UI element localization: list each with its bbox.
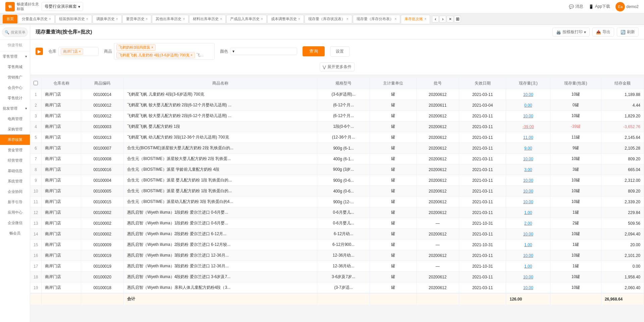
cell-expire-13: 2021-03-11 bbox=[459, 229, 506, 239]
sidebar-item-new-guide[interactable]: 新手引导 bbox=[0, 197, 30, 207]
sidebar-item-marketing[interactable]: 营销推广 bbox=[0, 72, 30, 83]
cell-qty-main-15[interactable]: 10.00 bbox=[506, 250, 550, 261]
cell-qty-main-1[interactable]: 0.00 bbox=[506, 100, 550, 111]
sidebar-item-member[interactable]: 会员中心 bbox=[0, 83, 30, 93]
tab-other-out[interactable]: 其他出库单历史× bbox=[152, 15, 189, 23]
cell-qty-main-6[interactable]: 10.00 bbox=[506, 154, 550, 164]
sidebar-item-app-center[interactable]: 应用中心 bbox=[0, 207, 30, 218]
query-button[interactable]: 查询 bbox=[303, 46, 325, 56]
expand-more-button[interactable]: ⋁ 展开更多条件 bbox=[320, 62, 355, 71]
sidebar-item-wechat[interactable]: 企业微信 bbox=[0, 218, 30, 228]
cell-batch-17: 20200612 bbox=[416, 272, 459, 282]
tab-transfer[interactable]: 调拨单历史× bbox=[93, 15, 122, 23]
tab-close-batch-bill[interactable]: × bbox=[424, 17, 426, 21]
cell-qty-pkg-14: 1罐 bbox=[550, 239, 601, 250]
message-action[interactable]: 💬 消息 bbox=[569, 4, 583, 9]
tab-close-transfer[interactable]: × bbox=[116, 17, 118, 21]
cell-qty-main-11[interactable]: 1.00 bbox=[506, 207, 550, 218]
product-filter-container[interactable]: 飞鹤奶粉3段丙摆装 × 飞鹤星飞帆 儿童奶粉 4段(3-6岁适用) 700克 ×… bbox=[114, 43, 215, 60]
sidebar-item-finance[interactable]: 资金管理 bbox=[0, 145, 30, 155]
sidebar-item-label-basic-info: 基础信息 bbox=[1, 168, 29, 173]
tab-close-other-out[interactable]: × bbox=[183, 17, 185, 21]
cell-unit-7: 罐 bbox=[370, 164, 416, 175]
tab-split-count[interactable]: 分量盘点单历史× bbox=[18, 15, 55, 23]
sidebar-item-basic-info[interactable]: 基础信息 bbox=[0, 166, 30, 176]
tab-home[interactable]: 首页 bbox=[3, 15, 17, 23]
tab-close-requisition[interactable]: × bbox=[146, 17, 148, 21]
tab-stock-dist[interactable]: 现存量（库存分布表）× bbox=[353, 15, 400, 23]
cell-name-18: 惠氏启智（Wyeth illuma）亲和人体儿童配方奶粉4段（3... bbox=[124, 282, 317, 293]
tabs-prev-button[interactable]: ‹ bbox=[432, 16, 439, 22]
tab-requisition[interactable]: 要货单历史× bbox=[122, 15, 152, 23]
cell-qty-main-9[interactable]: 10.00 bbox=[506, 186, 550, 197]
cell-qty-main-4[interactable]: 11.00 bbox=[506, 132, 550, 143]
cell-qty-main-18[interactable]: 10.00 bbox=[506, 282, 550, 293]
cell-qty-main-8[interactable]: 10.00 bbox=[506, 175, 550, 186]
cell-spec-7: 900g (3岁... bbox=[317, 164, 370, 175]
tab-material-out[interactable]: 材料出库单历史× bbox=[189, 15, 226, 23]
select-all-checkbox[interactable] bbox=[34, 81, 38, 85]
cell-batch-18: 20200612 bbox=[416, 282, 459, 293]
cell-qty-main-16[interactable]: 1.00 bbox=[506, 261, 550, 272]
sidebar-item-operations[interactable]: 经营管理 bbox=[0, 155, 30, 166]
tab-close-dismantle[interactable]: × bbox=[86, 17, 88, 21]
tabs-close-button[interactable]: × bbox=[447, 16, 453, 22]
cell-qty-main-14[interactable]: 1.00 bbox=[506, 239, 550, 250]
sidebar-item-retail-stats[interactable]: 零售统计 bbox=[0, 93, 30, 103]
print-button[interactable]: 🖨️ 按模板打印 ▾ bbox=[552, 28, 590, 37]
tab-dismantle[interactable]: 组装拆卸单历史× bbox=[55, 15, 92, 23]
warehouse-filter-container[interactable]: 南岸门店 × bbox=[58, 47, 99, 56]
product-tag-1-close[interactable]: × bbox=[191, 53, 193, 57]
cell-expire-15: 2021-03-11 bbox=[459, 250, 506, 261]
product-filter-more: 飞... bbox=[196, 52, 204, 58]
top-bar: 畅 畅捷通好生意 标版 母婴行业演示账套 ▾ 💬 消息 📱 App下载 Ea d… bbox=[0, 0, 644, 13]
cell-qty-main-13[interactable]: 10.00 bbox=[506, 229, 550, 239]
sidebar-item-retail-mgmt[interactable]: 零售管理▾ bbox=[0, 51, 30, 62]
search-button[interactable]: 🔍 搜索英单 bbox=[2, 28, 28, 37]
user-area[interactable]: Ea demo2 bbox=[615, 2, 639, 11]
tab-close-material-out[interactable]: × bbox=[220, 17, 222, 21]
sidebar-item-inventory[interactable]: 库存核算 bbox=[0, 135, 30, 145]
tabs-next-button[interactable]: › bbox=[439, 16, 446, 22]
app-download-action[interactable]: 📱 App下载 bbox=[589, 4, 610, 9]
cell-qty-main-3[interactable]: -39.00 bbox=[506, 121, 550, 132]
tab-close-stock-status[interactable]: × bbox=[346, 17, 348, 21]
tab-close-stock-dist[interactable]: × bbox=[395, 17, 397, 21]
color-filter-container[interactable]: ▾ bbox=[230, 48, 297, 55]
warehouse-tag-close[interactable]: × bbox=[79, 50, 81, 53]
tab-product-in[interactable]: 产成品入库单历史× bbox=[226, 15, 267, 23]
product-tag-0-close[interactable]: × bbox=[151, 46, 153, 49]
sidebar-item-system[interactable]: 系统管理 bbox=[0, 176, 30, 186]
cell-qty-main-12[interactable]: 2.00 bbox=[506, 218, 550, 229]
expand-filter-button[interactable]: ▶ bbox=[36, 48, 43, 55]
sidebar-item-enterprise[interactable]: 企业协同 bbox=[0, 186, 30, 197]
tab-close-cost-adjust[interactable]: × bbox=[298, 17, 300, 21]
sidebar-item-retail-shop[interactable]: 零售商城 bbox=[0, 62, 30, 72]
cell-qty-main-0[interactable]: 10.00 bbox=[506, 89, 550, 100]
sidebar-item-purchase[interactable]: 采购管理 bbox=[0, 124, 30, 135]
print-arrow-icon: ▾ bbox=[584, 30, 586, 35]
refresh-button[interactable]: 🔄 刷新 bbox=[617, 28, 639, 37]
cell-warehouse-15: 南岸门店 bbox=[42, 250, 81, 261]
cell-qty-main-7[interactable]: 3.00 bbox=[506, 164, 550, 175]
cell-qty-main-5[interactable]: 9.00 bbox=[506, 143, 550, 154]
sidebar-item-ecommerce[interactable]: 电商管理 bbox=[0, 114, 30, 124]
tab-stock-status[interactable]: 现存量（库存状况表）× bbox=[305, 15, 352, 23]
export-button[interactable]: 📤 导出 bbox=[592, 28, 614, 37]
org-selector[interactable]: 母婴行业演示账套 ▾ bbox=[42, 2, 83, 11]
refresh-icon: 🔄 bbox=[621, 30, 626, 35]
sidebar-item-member2[interactable]: 畅会员 bbox=[0, 228, 30, 238]
cell-batch-12: — bbox=[416, 218, 459, 229]
settings-button[interactable]: 设置 bbox=[330, 46, 350, 57]
cell-qty-main-17[interactable]: 10.00 bbox=[506, 272, 550, 282]
cell-unit-8: 罐 bbox=[370, 175, 416, 186]
tab-batch-bill[interactable]: 库存批次账× bbox=[401, 15, 430, 23]
cell-expire-8: 2021-03-11 bbox=[459, 175, 506, 186]
sidebar-item-wholesale[interactable]: 批发管理▾ bbox=[0, 103, 30, 114]
tab-close-product-in[interactable]: × bbox=[261, 17, 263, 21]
tabs-menu-button[interactable]: ⊞ bbox=[454, 16, 461, 22]
tab-close-split-count[interactable]: × bbox=[49, 17, 51, 21]
cell-qty-main-10[interactable]: 10.00 bbox=[506, 197, 550, 207]
tab-cost-adjust[interactable]: 成本调整单历史× bbox=[267, 15, 304, 23]
cell-qty-main-2[interactable]: 10.00 bbox=[506, 111, 550, 121]
